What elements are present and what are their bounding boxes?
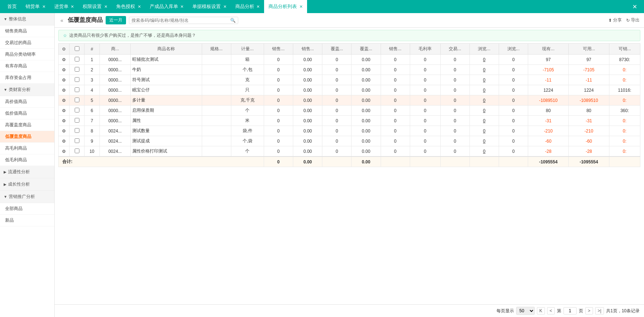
row-checkbox[interactable] bbox=[75, 98, 79, 102]
nav-close-purchase[interactable]: ✕ bbox=[71, 4, 74, 9]
cell-browse1[interactable]: 0 bbox=[470, 85, 499, 95]
window-close-button[interactable]: ✕ bbox=[628, 0, 641, 13]
sidebar-item-low-value[interactable]: 低价值商品 bbox=[0, 108, 54, 119]
cell-settings[interactable]: ⚙ bbox=[59, 146, 70, 157]
cell-checkbox[interactable] bbox=[70, 126, 85, 136]
th-code[interactable]: 商... bbox=[99, 44, 130, 55]
th-settings[interactable]: ⚙ bbox=[59, 44, 70, 55]
cell-settings[interactable]: ⚙ bbox=[59, 55, 70, 65]
th-sales-qty[interactable]: 销售... bbox=[264, 44, 293, 55]
nav-close-sales[interactable]: ✕ bbox=[42, 4, 46, 9]
th-sales-x[interactable]: 销售... bbox=[381, 44, 410, 55]
last-page-button[interactable]: >| bbox=[595, 307, 604, 314]
select-all-checkbox[interactable] bbox=[75, 46, 79, 51]
sidebar-item-high-value[interactable]: 高价值商品 bbox=[0, 96, 54, 108]
row-checkbox[interactable] bbox=[75, 138, 79, 143]
nav-item-home[interactable]: 首页 bbox=[3, 0, 21, 13]
nav-item-goods-analysis[interactable]: 商品分析 ✕ bbox=[231, 0, 264, 13]
th-saleable[interactable]: 可销... bbox=[609, 44, 640, 55]
cell-settings[interactable]: ⚙ bbox=[59, 65, 70, 75]
cell-checkbox[interactable] bbox=[70, 136, 85, 146]
th-seq[interactable]: # bbox=[85, 44, 100, 55]
th-stock2[interactable]: 可用... bbox=[569, 44, 609, 55]
cell-settings[interactable]: ⚙ bbox=[59, 126, 70, 136]
export-button[interactable]: ↻ 导出 bbox=[626, 17, 640, 23]
cell-settings[interactable]: ⚙ bbox=[59, 106, 70, 116]
th-browse1[interactable]: 浏览... bbox=[470, 44, 499, 55]
prev-page-button[interactable]: < bbox=[547, 307, 555, 314]
nav-close-goods-analysis[interactable]: ✕ bbox=[256, 4, 260, 9]
cell-browse1[interactable]: 0 bbox=[470, 106, 499, 116]
sidebar-item-in-stock[interactable]: 有库存商品 bbox=[0, 60, 54, 72]
cell-browse1[interactable]: 0 bbox=[470, 126, 499, 136]
th-gross-rate[interactable]: 毛利率 bbox=[410, 44, 440, 55]
cell-browse1[interactable]: 0 bbox=[470, 146, 499, 157]
cell-settings[interactable]: ⚙ bbox=[59, 85, 70, 95]
table-container[interactable]: ⚙ # 商... 商品名称 规格... 计量... 销售... 销售... 覆盖… bbox=[55, 43, 644, 304]
nav-item-purchase[interactable]: 进货单 ✕ bbox=[50, 0, 79, 13]
th-unit[interactable]: 计量... bbox=[231, 44, 264, 55]
sidebar-section-liquidity[interactable]: ▶ 流通性分析 bbox=[0, 166, 54, 178]
th-name[interactable]: 商品名称 bbox=[130, 44, 202, 55]
sidebar-item-low-coverage[interactable]: 低覆盖度商品 bbox=[0, 131, 54, 143]
collapse-button[interactable]: « bbox=[59, 17, 65, 24]
sidebar-item-category-rate[interactable]: 商品分类动销率 bbox=[0, 49, 54, 60]
th-sales-amt[interactable]: 销售... bbox=[293, 44, 322, 55]
sidebar-item-sales-goods[interactable]: 销售类商品 bbox=[0, 25, 54, 37]
th-spec[interactable]: 规格... bbox=[202, 44, 231, 55]
cell-checkbox[interactable] bbox=[70, 146, 85, 157]
th-coverage2[interactable]: 覆盖... bbox=[352, 44, 381, 55]
cell-checkbox[interactable] bbox=[70, 106, 85, 116]
cell-checkbox[interactable] bbox=[70, 85, 85, 95]
cell-browse1[interactable]: 0 bbox=[470, 95, 499, 106]
cell-browse1[interactable]: 0 bbox=[470, 75, 499, 85]
sidebar-item-high-margin[interactable]: 高毛利商品 bbox=[0, 143, 54, 154]
per-page-select[interactable]: 50 20 100 bbox=[516, 307, 535, 315]
cell-settings[interactable]: ⚙ bbox=[59, 136, 70, 146]
sidebar-item-all-goods[interactable]: 全部商品 bbox=[0, 203, 54, 215]
cell-checkbox[interactable] bbox=[70, 55, 85, 65]
cell-checkbox[interactable] bbox=[70, 75, 85, 85]
th-trade[interactable]: 交易... bbox=[440, 44, 470, 55]
th-browse2[interactable]: 浏览... bbox=[499, 44, 528, 55]
next-page-button[interactable]: > bbox=[585, 307, 593, 314]
nav-item-template[interactable]: 单据模板设置 ✕ bbox=[188, 0, 231, 13]
sidebar-section-wealth[interactable]: ▼ 类财富分析 bbox=[0, 84, 54, 96]
sidebar-section-overall[interactable]: ▼ 整体信息 bbox=[0, 13, 54, 25]
nav-close-template[interactable]: ✕ bbox=[223, 4, 227, 9]
search-box[interactable]: 🔍 bbox=[129, 17, 238, 24]
cell-settings[interactable]: ⚙ bbox=[59, 116, 70, 126]
sidebar-item-low-margin[interactable]: 低毛利商品 bbox=[0, 154, 54, 166]
th-coverage1[interactable]: 覆盖... bbox=[322, 44, 352, 55]
nav-item-role[interactable]: 角色授权 ✕ bbox=[112, 0, 145, 13]
share-button[interactable]: ⬆ 分享 bbox=[608, 17, 622, 23]
cell-settings[interactable]: ⚙ bbox=[59, 95, 70, 106]
row-checkbox[interactable] bbox=[75, 148, 79, 153]
sidebar-item-high-coverage[interactable]: 高覆盖度商品 bbox=[0, 119, 54, 131]
cell-checkbox[interactable] bbox=[70, 65, 85, 75]
nav-close-permissions[interactable]: ✕ bbox=[104, 4, 107, 9]
sidebar-section-growth[interactable]: ▶ 成长性分析 bbox=[0, 178, 54, 191]
sidebar-item-capital[interactable]: 库存资金占用 bbox=[0, 72, 54, 84]
cell-settings[interactable]: ⚙ bbox=[59, 75, 70, 85]
nav-close-finished[interactable]: ✕ bbox=[180, 4, 184, 9]
sidebar-item-traded-goods[interactable]: 交易过的商品 bbox=[0, 37, 54, 49]
nav-item-goods-analysis-list[interactable]: 商品分析列表 ✕ bbox=[264, 0, 307, 13]
cell-checkbox[interactable] bbox=[70, 95, 85, 106]
row-checkbox[interactable] bbox=[75, 77, 79, 82]
nav-item-finished[interactable]: 产成品入库单 ✕ bbox=[145, 0, 188, 13]
cell-checkbox[interactable] bbox=[70, 116, 85, 126]
row-checkbox[interactable] bbox=[75, 67, 79, 72]
filter-recent-month-button[interactable]: 近一月 bbox=[106, 16, 126, 24]
nav-close-goods-analysis-list[interactable]: ✕ bbox=[299, 4, 303, 9]
search-input[interactable] bbox=[131, 18, 230, 23]
cell-browse1[interactable]: 0 bbox=[470, 136, 499, 146]
row-checkbox[interactable] bbox=[75, 118, 79, 123]
first-page-button[interactable]: K bbox=[537, 307, 545, 314]
cell-browse1[interactable]: 0 bbox=[470, 65, 499, 75]
search-icon[interactable]: 🔍 bbox=[230, 18, 236, 23]
nav-item-sales[interactable]: 销货单 ✕ bbox=[21, 0, 50, 13]
th-checkbox[interactable] bbox=[70, 44, 85, 55]
nav-item-permissions[interactable]: 权限设置 ✕ bbox=[78, 0, 112, 13]
th-stock1[interactable]: 现有... bbox=[528, 44, 569, 55]
